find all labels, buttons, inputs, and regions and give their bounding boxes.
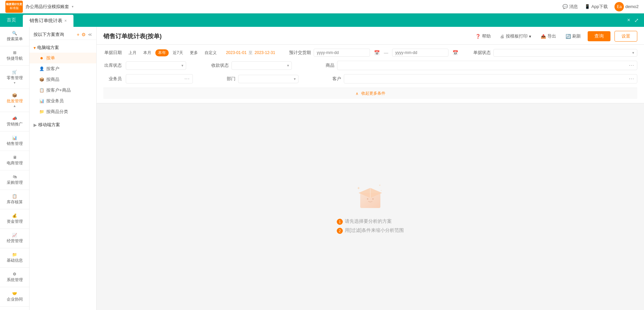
sidebar-item-guide[interactable]: 🎯 新手引导 [0,307,29,310]
query-button[interactable]: 查询 [588,31,610,41]
scheme-item-by-order[interactable]: ● 按单 [30,53,96,63]
date-to-display: 2023-12-31 [255,50,275,55]
refresh-button[interactable]: 🔄 刷新 [563,32,584,41]
filter-row-3: 业务员 ··· 部门 客户 [103,74,637,84]
sidebar-item-search-menu[interactable]: 🔍 搜索菜单 [0,27,29,46]
scheme-item-by-customer-goods[interactable]: 📋 按客户+商品 [30,85,96,96]
logo-icon: 畅捷通好生意 [6,3,22,6]
company-dropdown-icon[interactable]: ▾ [72,5,73,8]
date-label: 单据日期 [103,50,122,56]
shipment-select-wrapper[interactable] [126,61,186,70]
sidebar-item-quick-nav[interactable]: ⊞ 快捷导航 [0,46,29,66]
collapse-panel-icon[interactable]: ≪ [88,32,92,37]
collapse-filter-label: 收起更多条件 [361,91,385,96]
page-title: 销售订单统计表(按单) [103,32,162,40]
scheme-item-by-goods[interactable]: 📦 按商品 [30,74,96,85]
payment-select-wrapper[interactable] [231,61,292,70]
scheme-item-by-category[interactable]: 📁 按商品分类 [30,106,96,117]
status-select-container[interactable]: ▾ [493,49,637,57]
help-icon: ❓ [475,34,481,39]
goods-more-icon[interactable]: ··· [629,62,634,68]
sidebar-item-operation[interactable]: 📈 经营管理 [0,229,29,248]
stock-icon: 📋 [12,194,17,199]
tab-close-icon[interactable]: × [64,18,67,23]
page-title-row: 销售订单统计表(按单) ❓ 帮助 🖨 按模板打印 ▾ 📤 [103,31,637,42]
help-label: 帮助 [482,33,491,39]
goods-group: 商品 ··· [316,61,637,70]
department-select-wrapper[interactable] [238,75,299,83]
sidebar-item-system[interactable]: ⚙ 系统管理 [0,268,29,287]
expected-date-from-calendar-icon[interactable]: 📅 [374,50,380,55]
expected-date-to-calendar-icon[interactable]: 📅 [452,50,458,55]
print-button[interactable]: 🖨 按模板打印 ▾ [497,32,534,41]
sidebar-item-wholesale[interactable]: 📦 批发管理 ▲ [0,89,29,112]
date-custom[interactable]: 自定义 [202,49,219,56]
sidebar-item-basic[interactable]: 📁 基础信息 [0,248,29,268]
collapse-filter-icon: ∧ [356,91,359,96]
status-group: 单据状态 ▾ [472,49,637,57]
export-button[interactable]: 📤 导出 [538,32,559,41]
sidebar-item-quick-nav-label: 快捷导航 [7,56,23,61]
date-this-year[interactable]: 本年 [155,49,169,56]
settings-scheme-icon[interactable]: ⚙ [82,32,86,37]
settings-button[interactable]: 设置 [614,31,637,42]
date-this-month[interactable]: 本月 [141,49,154,56]
sidebar-item-marketing[interactable]: 📣 营销推广 [0,112,29,132]
department-label: 部门 [217,76,235,82]
tab-sales-order[interactable]: 销售订单统计表 × [23,15,73,27]
message-button[interactable]: 💬 消息 [562,4,578,10]
pc-scheme-header[interactable]: ▾ 电脑端方案 [30,43,96,53]
message-label: 消息 [569,4,578,10]
date-shortcuts-group: 上月 本月 本年 近7天 更多 自定义 [126,49,219,56]
customer-select-container[interactable]: ··· [344,74,637,84]
scheme-item-by-customer[interactable]: 👤 按客户 [30,63,96,74]
customer-more-icon[interactable]: ··· [629,76,634,82]
date-last-month[interactable]: 上月 [126,49,139,56]
add-scheme-icon[interactable]: + [77,32,79,37]
mobile-scheme-header[interactable]: ▶ 移动端方案 [30,120,96,130]
sidebar-item-stock[interactable]: 📋 库存核算 [0,190,29,209]
app-download-button[interactable]: 📱 App下载 [585,4,608,10]
mobile-section-expand-icon: ▶ [34,122,37,127]
retail-icon: 🛒 [12,70,17,74]
app-icon: 📱 [585,4,590,9]
nav-tabs: 首页 销售订单统计表 × × ⤢ [0,13,644,27]
wholesale-icon: 📦 [12,93,17,98]
message-icon: 💬 [562,4,568,9]
pc-section-expand-icon: ▾ [34,45,36,50]
salesman-more-icon[interactable]: ··· [184,76,190,82]
shipment-select[interactable] [126,61,186,70]
sidebar-item-finance[interactable]: 💰 资金管理 [0,209,29,229]
logo[interactable]: 畅捷通好生意 标准版 [5,1,23,13]
expected-date-from[interactable] [314,49,370,57]
mobile-section-label: 移动端方案 [38,122,60,128]
by-goods-icon: 📦 [39,77,44,82]
date-range-separator: 至 [249,50,253,56]
scheme-item-by-salesman-label: 按业务员 [46,98,64,104]
expected-date-to[interactable] [392,49,448,57]
export-label: 导出 [547,33,556,39]
window-close-icon[interactable]: × [627,17,630,23]
pc-scheme-section: ▾ 电脑端方案 ● 按单 👤 按客户 📦 按商品 📋 按客户+商品 [30,41,96,118]
user-menu[interactable]: Ea demo2 [614,2,639,11]
sidebar-item-enterprise[interactable]: 🤝 企业协同 [0,287,29,307]
salesman-select-container[interactable]: ··· [126,74,193,84]
wholesale-arrow-icon: ▲ [13,104,16,108]
tab-home[interactable]: 首页 [0,13,23,27]
collapse-filter-bar[interactable]: ∧ 收起更多条件 [103,88,637,99]
sidebar-item-purchase[interactable]: 🛍 采购管理 [0,170,29,190]
sidebar-item-sales[interactable]: 📊 销售管理 [0,132,29,151]
sidebar-item-sales-label: 销售管理 [7,141,23,147]
goods-select-container[interactable]: ··· [337,61,637,70]
sidebar-item-retail[interactable]: 🛒 零售管理 ▾ [0,66,29,89]
date-more[interactable]: 更多 [187,49,201,56]
by-customer-icon: 👤 [39,66,44,71]
date-last-7[interactable]: 近7天 [170,49,186,56]
department-select[interactable] [238,75,299,83]
payment-group: 收款状态 [210,61,292,70]
window-fullscreen-icon[interactable]: ⤢ [634,17,639,23]
help-button[interactable]: ❓ 帮助 [473,32,493,41]
payment-select[interactable] [231,61,292,70]
scheme-item-by-salesman[interactable]: 📊 按业务员 [30,96,96,106]
sidebar-item-ecommerce[interactable]: 🖥 电商管理 [0,151,29,170]
